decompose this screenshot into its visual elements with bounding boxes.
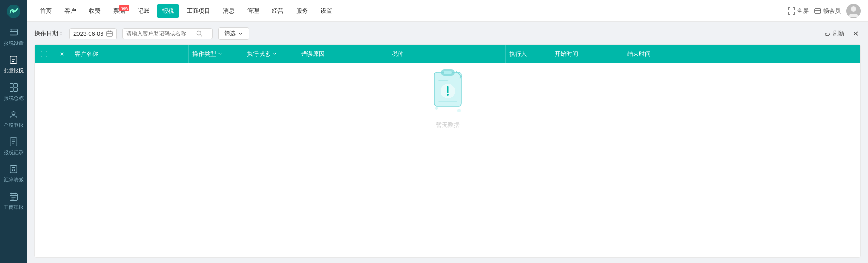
th-error-reason: 错误原因 — [297, 45, 388, 63]
nav-item-xiaoxi[interactable]: 消息 — [217, 4, 240, 18]
nav-item-gongshang[interactable]: 工商项目 — [181, 4, 216, 18]
nav-item-guanli[interactable]: 管理 — [242, 4, 264, 18]
th-start-time: 开始时间 — [551, 45, 623, 63]
svg-point-40 — [61, 53, 63, 55]
person-icon — [7, 108, 20, 121]
close-button[interactable]: ✕ — [850, 28, 861, 39]
fullscreen-btn[interactable]: 全屏 — [788, 7, 809, 15]
main-area: 首页 客户 收费 票据 new 记账 报税 工商项目 消息 管理 经营 服务 设… — [27, 0, 868, 263]
sidebar-logo — [0, 0, 27, 23]
th-checkbox[interactable] — [35, 45, 53, 63]
svg-rect-9 — [10, 83, 13, 87]
sidebar-item-baoshuijilu[interactable]: 报税记录 — [0, 132, 27, 159]
user-avatar[interactable] — [846, 4, 861, 18]
sidebar-item-piliangbaoshui[interactable]: 批量报税 — [0, 50, 27, 77]
nav-item-shezhi[interactable]: 设置 — [315, 4, 338, 18]
record-icon — [7, 136, 20, 148]
table-body: 暂无数据 — [35, 63, 860, 129]
svg-point-33 — [851, 6, 856, 12]
svg-rect-11 — [10, 88, 13, 91]
nav-item-shoufei[interactable]: 收费 — [83, 4, 106, 18]
svg-rect-44 — [444, 71, 452, 74]
sidebar-item-baoshuishezhi[interactable]: 报税设置 — [0, 23, 27, 50]
content-area: 操作日期： 2023-06-06 筛选 — [27, 22, 868, 263]
filter-button[interactable]: 筛选 — [218, 27, 249, 40]
svg-rect-12 — [14, 88, 17, 91]
empty-text: 暂无数据 — [436, 121, 460, 129]
date-value: 2023-06-06 — [73, 30, 104, 37]
sidebar: 报税设置 批量报税 报税总览 — [0, 0, 27, 263]
search-box[interactable] — [122, 28, 213, 39]
svg-rect-2 — [10, 29, 18, 35]
batch-icon — [7, 54, 20, 66]
select-all-checkbox[interactable] — [41, 51, 47, 57]
sidebar-item-huisuanqingsuan[interactable]: 汇算清缴 — [0, 159, 27, 186]
svg-rect-10 — [14, 83, 17, 87]
nav-items: 首页 客户 收费 票据 new 记账 报税 工商项目 消息 管理 经营 服务 设… — [34, 4, 788, 18]
date-label: 操作日期： — [34, 29, 64, 38]
svg-point-52 — [435, 107, 438, 110]
th-executor: 执行人 — [506, 45, 551, 63]
table-header: 客户名称 操作类型 执行状态 错误原因 — [35, 45, 860, 63]
th-gear[interactable] — [53, 45, 71, 63]
member-label: 畅会员 — [823, 7, 841, 15]
nav-right: 全屏 畅会员 — [788, 4, 861, 18]
nav-item-baoshui[interactable]: 报税 — [157, 4, 179, 18]
table-container: 客户名称 操作类型 执行状态 错误原因 — [34, 44, 861, 258]
toolbar: 操作日期： 2023-06-06 筛选 — [34, 27, 861, 40]
svg-point-38 — [197, 31, 201, 35]
svg-rect-14 — [10, 138, 17, 146]
th-end-time: 结束时间 — [623, 45, 678, 63]
fullscreen-label: 全屏 — [797, 7, 809, 15]
nav-item-fuwu[interactable]: 服务 — [291, 4, 313, 18]
th-tax-type: 税种 — [388, 45, 506, 63]
sidebar-item-baoshuizonglan[interactable]: 报税总览 — [0, 78, 27, 105]
sidebar-item-getaxshenbing[interactable]: 个税申报 — [0, 105, 27, 132]
svg-point-1 — [12, 10, 15, 13]
member-btn[interactable]: 畅会员 — [814, 7, 841, 15]
table-scroll-area[interactable]: 暂无数据 — [35, 63, 860, 257]
svg-point-47 — [447, 94, 449, 96]
empty-state: 暂无数据 — [425, 63, 470, 129]
nav-item-piaoju[interactable]: 票据 new — [108, 4, 130, 18]
nav-item-home[interactable]: 首页 — [34, 4, 57, 18]
svg-line-39 — [200, 35, 202, 37]
sidebar-item-gongshangnianbo[interactable]: 工商年报 — [0, 187, 27, 214]
th-operation-type: 操作类型 — [189, 45, 243, 63]
new-badge: new — [119, 5, 129, 11]
settings-icon — [7, 26, 20, 39]
refresh-label: 刷新 — [833, 29, 844, 38]
svg-rect-18 — [10, 166, 17, 173]
svg-point-53 — [457, 109, 461, 112]
refresh-button[interactable]: 刷新 — [824, 29, 844, 38]
nav-item-customer[interactable]: 客户 — [59, 4, 82, 18]
search-input[interactable] — [126, 30, 194, 37]
svg-rect-30 — [815, 9, 821, 13]
svg-point-13 — [12, 112, 15, 115]
filter-label: 筛选 — [224, 29, 236, 38]
th-customer-name: 客户名称 — [71, 45, 189, 63]
nav-item-jizhang[interactable]: 记账 — [132, 4, 155, 18]
calc-icon — [7, 163, 20, 175]
svg-rect-34 — [107, 31, 112, 36]
overview-icon — [7, 81, 20, 94]
date-picker[interactable]: 2023-06-06 — [69, 28, 117, 39]
nav-item-jingying[interactable]: 经营 — [266, 4, 289, 18]
annual-icon — [7, 190, 20, 203]
top-nav: 首页 客户 收费 票据 new 记账 报税 工商项目 消息 管理 经营 服务 设… — [27, 0, 868, 22]
th-exec-status: 执行状态 — [243, 45, 297, 63]
